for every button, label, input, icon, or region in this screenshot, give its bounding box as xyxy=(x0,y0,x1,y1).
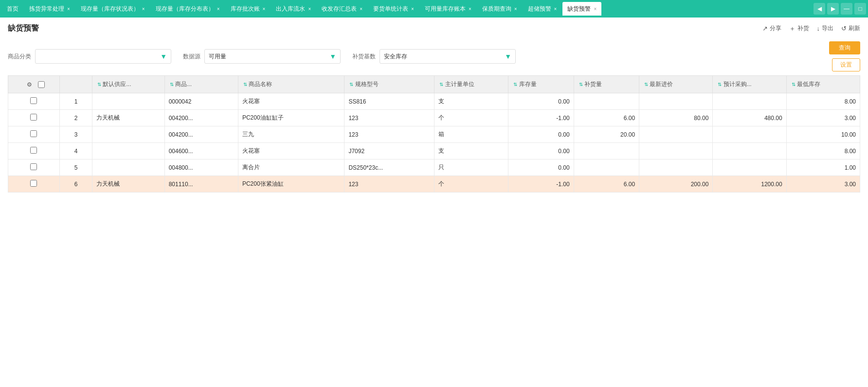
table-row: 4 004600... 火花塞 J7092 支 0.00 8.00 xyxy=(8,143,860,159)
settings-button[interactable]: 设置 xyxy=(832,58,860,71)
row-stock: 0.00 xyxy=(508,159,574,176)
tab-summary[interactable]: 收发存汇总表 × xyxy=(317,2,367,16)
tab-available[interactable]: 可用量库存账本 × xyxy=(420,2,476,16)
refresh-button[interactable]: ↺ 刷新 xyxy=(841,24,860,33)
row-spec: DS250*23c... xyxy=(344,159,434,176)
row-stock: -1.00 xyxy=(508,176,574,193)
row-checkbox[interactable] xyxy=(30,180,37,187)
row-supply xyxy=(574,159,639,176)
export-icon: ↓ xyxy=(817,25,820,32)
row-unit: 支 xyxy=(434,143,508,159)
row-price xyxy=(639,159,713,176)
row-supplier xyxy=(92,126,165,143)
row-spec: 123 xyxy=(344,176,434,193)
tab-home[interactable]: 首页 xyxy=(2,2,23,16)
datasource-select[interactable]: 可用量 ▼ xyxy=(204,49,341,64)
row-no: 2 xyxy=(59,110,92,126)
base-filter: 补货基数 安全库存 ▼ xyxy=(352,49,516,64)
row-price: 200.00 xyxy=(639,176,713,193)
page-header: 缺货预警 ↗ 分享 ＋ 补货 ↓ 导出 ↺ 刷新 xyxy=(8,23,860,34)
th-code[interactable]: ⇅ 商品... xyxy=(164,76,238,93)
category-select[interactable]: ▼ xyxy=(35,49,171,64)
tab-stock-dist[interactable]: 现存量（库存分布表） × xyxy=(151,2,225,16)
th-name[interactable]: ⇅ 商品名称 xyxy=(238,76,344,93)
row-spec: 123 xyxy=(344,126,434,143)
sort-price-icon: ⇅ xyxy=(644,82,648,87)
tab-bar: 首页 拣货异常处理 × 现存量（库存状况表） × 现存量（库存分布表） × 库存… xyxy=(0,0,868,18)
row-name: 火花塞 xyxy=(238,93,344,110)
row-name: 离合片 xyxy=(238,159,344,176)
row-checkbox[interactable] xyxy=(30,163,37,170)
row-checkbox[interactable] xyxy=(30,130,37,137)
datasource-label: 数据源 xyxy=(183,53,200,61)
th-supply[interactable]: ⇅ 补货量 xyxy=(574,76,639,93)
tab-prev-button[interactable]: ◀ xyxy=(814,3,825,15)
close-icon[interactable]: × xyxy=(469,6,471,12)
row-code: 004600... xyxy=(164,143,238,159)
share-button[interactable]: ↗ 分享 xyxy=(762,24,781,33)
row-unit: 箱 xyxy=(434,126,508,143)
tab-next-button[interactable]: ▶ xyxy=(827,3,839,15)
close-icon[interactable]: × xyxy=(263,6,266,12)
th-estimate[interactable]: ⇅ 预计采购... xyxy=(713,76,786,93)
row-check-cell xyxy=(8,176,60,193)
sort-supplier-icon: ⇅ xyxy=(97,82,101,87)
tab-batch[interactable]: 库存批次账 × xyxy=(226,2,271,16)
tab-overstock[interactable]: 超储预警 × xyxy=(523,2,562,16)
th-spec[interactable]: ⇅ 规格型号 xyxy=(344,76,434,93)
row-supplier: 力天机械 xyxy=(92,110,165,126)
th-supplier[interactable]: ⇅ 默认供应... xyxy=(92,76,165,93)
replenish-button[interactable]: ＋ 补货 xyxy=(789,24,809,33)
tab-inout[interactable]: 出入库流水 × xyxy=(271,2,316,16)
query-button[interactable]: 查询 xyxy=(829,41,860,54)
row-price xyxy=(639,143,713,159)
sort-code-icon: ⇅ xyxy=(170,82,174,87)
close-icon[interactable]: × xyxy=(217,6,220,12)
tab-exception[interactable]: 拣货异常处理 × xyxy=(24,2,75,16)
close-icon[interactable]: × xyxy=(411,6,414,12)
category-arrow-icon: ▼ xyxy=(160,53,167,60)
close-icon[interactable]: × xyxy=(142,6,145,12)
maximize-button[interactable]: □ xyxy=(854,3,866,15)
row-code: 0000042 xyxy=(164,93,238,110)
th-unit[interactable]: ⇅ 主计量单位 xyxy=(434,76,508,93)
row-check-cell xyxy=(8,126,60,143)
row-min-stock: 3.00 xyxy=(786,176,860,193)
th-stock[interactable]: ⇅ 库存量 xyxy=(508,76,574,93)
sort-stock-icon: ⇅ xyxy=(513,82,517,87)
row-estimate xyxy=(713,159,786,176)
th-price[interactable]: ⇅ 最新进价 xyxy=(639,76,713,93)
sort-min-icon: ⇅ xyxy=(792,82,796,87)
close-icon[interactable]: × xyxy=(594,6,597,12)
sort-unit-icon: ⇅ xyxy=(439,82,443,87)
row-checkbox[interactable] xyxy=(30,114,37,121)
tab-stock-status[interactable]: 现存量（库存状况表） × xyxy=(76,2,150,16)
row-checkbox[interactable] xyxy=(30,147,37,154)
datasource-value: 可用量 xyxy=(209,53,226,61)
close-icon[interactable]: × xyxy=(360,6,362,12)
tab-shortage[interactable]: 缺货预警 × xyxy=(562,2,601,16)
close-icon[interactable]: × xyxy=(514,6,517,12)
close-icon[interactable]: × xyxy=(67,6,70,12)
base-select[interactable]: 安全库存 ▼ xyxy=(380,49,516,64)
export-button[interactable]: ↓ 导出 xyxy=(817,24,834,33)
tab-expiry[interactable]: 保质期查询 × xyxy=(477,2,522,16)
row-stock: 0.00 xyxy=(508,143,574,159)
row-checkbox[interactable] xyxy=(30,97,37,104)
row-code: 004800... xyxy=(164,159,238,176)
row-spec: SS816 xyxy=(344,93,434,110)
minimize-button[interactable]: — xyxy=(841,3,852,15)
column-settings-icon[interactable]: ⚙ xyxy=(22,78,36,91)
category-filter: 商品分类 ▼ xyxy=(8,49,171,64)
row-unit: 只 xyxy=(434,159,508,176)
tab-order-stat[interactable]: 要货单统计表 × xyxy=(368,2,419,16)
close-icon[interactable]: × xyxy=(308,6,311,12)
row-supplier xyxy=(92,93,165,110)
close-icon[interactable]: × xyxy=(554,6,557,12)
th-min-stock[interactable]: ⇅ 最低库存 xyxy=(786,76,860,93)
row-supply: 6.00 xyxy=(574,110,639,126)
datasource-arrow-icon: ▼ xyxy=(329,53,336,60)
table-row: 2 力天机械 004200... PC200油缸缸子 123 个 -1.00 6… xyxy=(8,110,860,126)
select-all-checkbox[interactable] xyxy=(38,81,45,88)
row-price xyxy=(639,93,713,110)
